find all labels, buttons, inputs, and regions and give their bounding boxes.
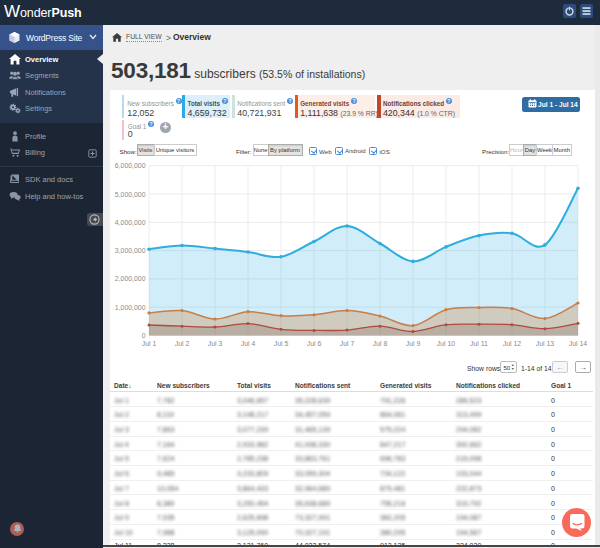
svg-text:Jul 14: Jul 14: [569, 340, 588, 347]
svg-text:Jul 3: Jul 3: [208, 340, 223, 347]
svg-text:Jul 7: Jul 7: [340, 340, 355, 347]
svg-text:Jul 12: Jul 12: [503, 340, 522, 347]
svg-text:Jul 1: Jul 1: [142, 340, 157, 347]
svg-text:6,000,000: 6,000,000: [115, 162, 146, 169]
svg-text:1,000,000: 1,000,000: [115, 304, 146, 311]
svg-text:Jul 13: Jul 13: [536, 340, 555, 347]
svg-text:Jul 9: Jul 9: [406, 340, 421, 347]
svg-text:2,000,000: 2,000,000: [115, 275, 146, 282]
svg-text:Jul 10: Jul 10: [437, 340, 456, 347]
svg-text:Jul 5: Jul 5: [274, 340, 289, 347]
svg-text:4,000,000: 4,000,000: [115, 219, 146, 226]
svg-text:Jul 6: Jul 6: [307, 340, 322, 347]
svg-text:Jul 4: Jul 4: [241, 340, 256, 347]
svg-text:5,000,000: 5,000,000: [115, 191, 146, 198]
svg-text:3,000,000: 3,000,000: [115, 247, 146, 254]
svg-text:Jul 2: Jul 2: [175, 340, 190, 347]
svg-text:0: 0: [142, 332, 146, 339]
svg-text:Jul 8: Jul 8: [373, 340, 388, 347]
svg-text:Jul 11: Jul 11: [470, 340, 488, 347]
